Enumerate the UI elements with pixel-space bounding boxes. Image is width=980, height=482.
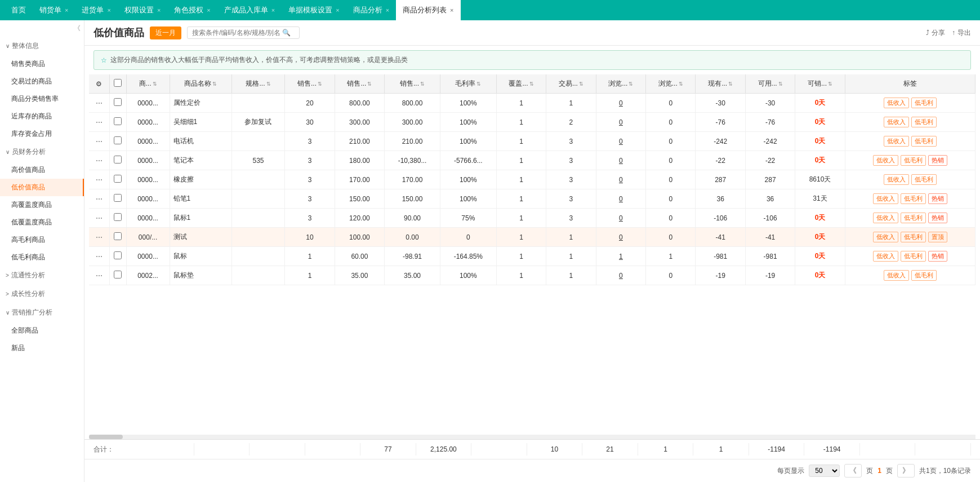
- td-gear[interactable]: ⋯: [89, 132, 109, 151]
- search-icon[interactable]: 🔍: [282, 29, 291, 37]
- th-trade[interactable]: 交易...⇅: [546, 74, 596, 94]
- per-page-select[interactable]: 50 100: [809, 465, 840, 477]
- row-checkbox[interactable]: [114, 98, 122, 106]
- td-checkbox[interactable]: [109, 113, 126, 132]
- td-gear[interactable]: ⋯: [89, 113, 109, 132]
- sidebar-section-title-marketing[interactable]: ∨营销推广分析: [0, 303, 84, 322]
- td-checkbox[interactable]: [109, 189, 126, 209]
- sidebar-item-category-sales-rate[interactable]: 商品分类销售率: [0, 90, 84, 108]
- sidebar-item-low-coverage[interactable]: 低覆盖度商品: [0, 214, 84, 231]
- browse1-link[interactable]: 1: [619, 253, 623, 260]
- td-browse1[interactable]: 0: [596, 266, 645, 285]
- th-current[interactable]: 现有...⇅: [696, 74, 745, 94]
- th-sales-avg[interactable]: 销售...⇅: [385, 74, 440, 94]
- nav-close-icon[interactable]: ×: [336, 7, 339, 14]
- sidebar-item-high-value[interactable]: 高价值商品: [0, 161, 84, 179]
- nav-sales-order[interactable]: 销货单×: [33, 0, 75, 20]
- th-browse1[interactable]: 浏览...⇅: [596, 74, 645, 94]
- th-checkbox[interactable]: [109, 74, 126, 94]
- nav-close-icon[interactable]: ×: [107, 7, 110, 14]
- nav-close-icon[interactable]: ×: [207, 7, 210, 14]
- nav-role-auth[interactable]: 角色授权×: [167, 0, 217, 20]
- td-browse1[interactable]: 0: [596, 113, 645, 132]
- th-browse2[interactable]: 浏览...⇅: [646, 74, 696, 94]
- td-checkbox[interactable]: [109, 94, 126, 113]
- browse1-link[interactable]: 0: [619, 99, 623, 107]
- th-saleable[interactable]: 可销...⇅: [795, 74, 845, 94]
- browse1-link[interactable]: 0: [619, 195, 623, 203]
- nav-product-analysis-list[interactable]: 商品分析列表×: [396, 0, 460, 20]
- table-wrapper[interactable]: ⚙ 商...⇅ 商品名称⇅ 规格...⇅ 销售...⇅ 销售...⇅ 销售...…: [84, 74, 980, 435]
- th-gear[interactable]: ⚙: [89, 74, 109, 94]
- td-checkbox[interactable]: [109, 247, 126, 266]
- nav-close-icon[interactable]: ×: [386, 7, 389, 14]
- nav-template-settings[interactable]: 单据模板设置×: [282, 0, 346, 20]
- row-checkbox[interactable]: [114, 194, 122, 202]
- sidebar-item-sales-goods[interactable]: 销售类商品: [0, 55, 84, 73]
- nav-home[interactable]: 首页: [5, 0, 33, 20]
- td-gear[interactable]: ⋯: [89, 228, 109, 247]
- sidebar-section-title-overall[interactable]: ∨整体信息: [0, 37, 84, 55]
- nav-close-icon[interactable]: ×: [65, 7, 68, 14]
- sidebar-item-high-margin[interactable]: 高毛利商品: [0, 231, 84, 249]
- td-gear[interactable]: ⋯: [89, 151, 109, 170]
- td-gear[interactable]: ⋯: [89, 247, 109, 266]
- row-checkbox[interactable]: [114, 251, 122, 259]
- td-browse1[interactable]: 1: [596, 247, 645, 266]
- td-browse1[interactable]: 0: [596, 94, 645, 113]
- th-sales-amount[interactable]: 销售...⇅: [335, 74, 384, 94]
- nav-product-inbound[interactable]: 产成品入库单×: [217, 0, 282, 20]
- scrollbar-thumb[interactable]: [89, 435, 123, 439]
- nav-product-analysis[interactable]: 商品分析×: [346, 0, 396, 20]
- sidebar-item-all-goods[interactable]: 全部商品: [0, 322, 84, 339]
- browse1-link[interactable]: 0: [619, 272, 623, 280]
- nav-close-icon[interactable]: ×: [271, 7, 275, 14]
- th-available[interactable]: 可用...⇅: [745, 74, 795, 94]
- row-checkbox[interactable]: [114, 117, 122, 125]
- sidebar-section-title-liquidity[interactable]: >流通性分析: [0, 266, 84, 285]
- sidebar-item-near-stock[interactable]: 近库存的商品: [0, 108, 84, 125]
- td-checkbox[interactable]: [109, 151, 126, 170]
- td-browse1[interactable]: 0: [596, 132, 645, 151]
- date-filter-button[interactable]: 近一月: [150, 26, 181, 39]
- td-checkbox[interactable]: [109, 209, 126, 228]
- row-checkbox[interactable]: [114, 213, 122, 221]
- th-coverage[interactable]: 覆盖...⇅: [496, 74, 546, 94]
- td-checkbox[interactable]: [109, 132, 126, 151]
- th-sales-qty[interactable]: 销售...⇅: [285, 74, 335, 94]
- td-gear[interactable]: ⋯: [89, 209, 109, 228]
- browse1-link[interactable]: 0: [619, 138, 623, 145]
- td-checkbox[interactable]: [109, 266, 126, 285]
- sidebar-item-traded-goods[interactable]: 交易过的商品: [0, 73, 84, 90]
- th-name[interactable]: 商品名称⇅: [170, 74, 231, 94]
- export-button[interactable]: ↑ 导出: [952, 28, 971, 38]
- sidebar-item-stock-capital[interactable]: 库存资金占用: [0, 125, 84, 143]
- browse1-link[interactable]: 0: [619, 157, 623, 165]
- browse1-link[interactable]: 0: [619, 233, 623, 241]
- sidebar-item-low-margin[interactable]: 低毛利商品: [0, 249, 84, 266]
- td-gear[interactable]: ⋯: [89, 94, 109, 113]
- th-tag[interactable]: 标签: [845, 74, 975, 94]
- browse1-link[interactable]: 0: [619, 118, 623, 126]
- th-spec[interactable]: 规格...⇅: [231, 74, 285, 94]
- browse1-link[interactable]: 0: [619, 214, 623, 222]
- td-browse1[interactable]: 0: [596, 228, 645, 247]
- td-gear[interactable]: ⋯: [89, 170, 109, 189]
- td-checkbox[interactable]: [109, 170, 126, 189]
- td-browse1[interactable]: 0: [596, 151, 645, 170]
- row-checkbox[interactable]: [114, 271, 122, 278]
- sidebar-section-title-financial[interactable]: ∨员财务分析: [0, 143, 84, 161]
- sidebar-collapse-button[interactable]: 《: [0, 20, 84, 37]
- td-gear[interactable]: ⋯: [89, 266, 109, 285]
- td-checkbox[interactable]: [109, 228, 126, 247]
- td-browse1[interactable]: 0: [596, 189, 645, 209]
- td-browse1[interactable]: 0: [596, 209, 645, 228]
- row-checkbox[interactable]: [114, 156, 122, 163]
- sidebar-item-new-goods[interactable]: 新品: [0, 339, 84, 357]
- row-checkbox[interactable]: [114, 175, 122, 183]
- th-code[interactable]: 商...⇅: [126, 74, 170, 94]
- prev-page-button[interactable]: 《: [844, 464, 862, 477]
- horizontal-scrollbar[interactable]: [89, 435, 975, 439]
- sidebar-section-title-growth[interactable]: >成长性分析: [0, 285, 84, 303]
- select-all-checkbox[interactable]: [114, 79, 122, 87]
